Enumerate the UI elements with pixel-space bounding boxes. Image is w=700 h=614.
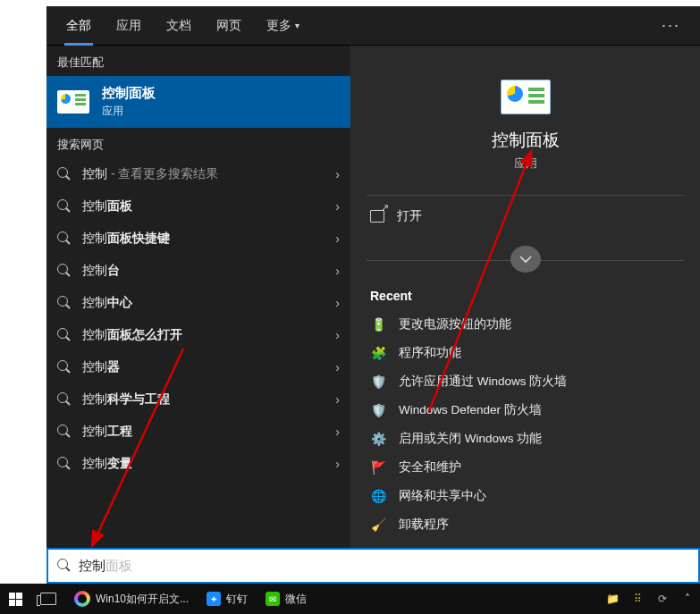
tray-chevron[interactable]: ˄ bbox=[675, 584, 700, 614]
chevron-right-icon: › bbox=[335, 264, 340, 278]
browser-icon bbox=[74, 591, 90, 607]
search-suggestion[interactable]: 控制面板› bbox=[46, 190, 350, 223]
taskbar-right: 📁 ⠿ ⟳ ˄ bbox=[600, 584, 700, 614]
search-suggestion[interactable]: 控制中心› bbox=[46, 287, 350, 319]
task-view-icon bbox=[40, 593, 56, 605]
suggestion-text: 控制变量 bbox=[82, 456, 132, 472]
search-suggestion[interactable]: 控制台› bbox=[46, 255, 350, 287]
best-match-title: 控制面板 bbox=[102, 85, 156, 102]
suggestion-text: 控制台 bbox=[82, 263, 120, 279]
best-match-text: 控制面板 应用 bbox=[102, 85, 156, 119]
search-icon bbox=[57, 296, 72, 310]
chevron-right-icon: › bbox=[335, 392, 340, 407]
recent-item-icon: 🛡️ bbox=[370, 402, 386, 418]
chevron-right-icon: › bbox=[335, 167, 340, 181]
overflow-button[interactable]: ··· bbox=[649, 16, 693, 35]
recent-item[interactable]: 🛡️允许应用通过 Windows 防火墙 bbox=[367, 367, 684, 396]
search-icon bbox=[57, 328, 72, 342]
tab-apps[interactable]: 应用 bbox=[104, 6, 154, 46]
recent-item-icon: ⚙️ bbox=[370, 431, 386, 447]
recent-item-label: 程序和功能 bbox=[399, 345, 461, 361]
chevron-down-icon: ▾ bbox=[295, 21, 299, 30]
search-typed: 控制 bbox=[79, 558, 105, 573]
tab-all[interactable]: 全部 bbox=[54, 6, 104, 46]
tab-docs[interactable]: 文档 bbox=[154, 6, 204, 46]
recent-item-icon: 🔋 bbox=[370, 316, 386, 332]
taskbar-app-browser[interactable]: Win10如何开启文... bbox=[65, 584, 198, 614]
taskbar-app-wechat[interactable]: ✉微信 bbox=[257, 584, 316, 614]
search-list: 控制 - 查看更多搜索结果›控制面板›控制面板快捷键›控制台›控制中心›控制面板… bbox=[46, 158, 350, 548]
suggestion-text: 控制工程 bbox=[82, 424, 132, 440]
windows-logo-icon bbox=[9, 593, 22, 606]
recent-item-icon: 🚩 bbox=[370, 459, 386, 475]
recent-item-label: 更改电源按钮的功能 bbox=[399, 316, 511, 332]
taskbar-label: 微信 bbox=[285, 592, 307, 607]
search-suggestion[interactable]: 控制变量› bbox=[46, 448, 350, 480]
search-suggestion[interactable]: 控制科学与工程› bbox=[46, 383, 350, 416]
wechat-icon: ✉ bbox=[266, 592, 280, 606]
best-match-subtitle: 应用 bbox=[102, 104, 156, 119]
search-suggestion[interactable]: 控制器› bbox=[46, 351, 350, 383]
search-ghost: 面板 bbox=[105, 558, 132, 573]
open-action[interactable]: 打开 bbox=[367, 196, 684, 237]
search-panel: 全部 应用 文档 网页 更多▾ ··· 最佳匹配 控制面板 应用 搜索网页 控制… bbox=[46, 6, 700, 548]
recent-item[interactable]: 🛡️Windows Defender 防火墙 bbox=[367, 396, 684, 425]
tray-icon[interactable]: 📁 bbox=[600, 584, 625, 614]
preview-column: 控制面板 应用 打开 Recent 🔋更改电源按钮的功能🧩程序和功能🛡️允许应用… bbox=[350, 46, 700, 548]
recent-item-label: 启用或关闭 Windows 功能 bbox=[399, 431, 542, 447]
tab-label: 更多 bbox=[266, 18, 291, 34]
preview-title: 控制面板 bbox=[367, 129, 684, 152]
tab-label: 应用 bbox=[116, 18, 141, 34]
chevron-right-icon: › bbox=[335, 296, 340, 310]
task-view-button[interactable] bbox=[31, 584, 65, 614]
recent-item[interactable]: 🚩安全和维护 bbox=[367, 453, 684, 482]
recent-item-icon: 🧹 bbox=[370, 517, 386, 533]
recent-item[interactable]: 🔋更改电源按钮的功能 bbox=[367, 310, 684, 339]
control-panel-icon bbox=[501, 80, 551, 114]
search-suggestion[interactable]: 控制工程› bbox=[46, 416, 350, 448]
recent-item[interactable]: 🧹卸载程序 bbox=[367, 510, 684, 539]
chevron-right-icon: › bbox=[335, 425, 340, 439]
recent-item[interactable]: 🌐网络和共享中心 bbox=[367, 482, 684, 510]
suggestion-text: 控制器 bbox=[82, 359, 120, 375]
search-text: 控制面板 bbox=[79, 558, 132, 575]
search-suggestion[interactable]: 控制 - 查看更多搜索结果› bbox=[46, 158, 350, 190]
chevron-right-icon: › bbox=[335, 231, 340, 246]
chevron-right-icon: › bbox=[335, 360, 340, 374]
start-button[interactable] bbox=[0, 584, 31, 614]
expand-button[interactable] bbox=[510, 246, 541, 273]
results-column: 最佳匹配 控制面板 应用 搜索网页 控制 - 查看更多搜索结果›控制面板›控制面… bbox=[46, 46, 350, 548]
tab-web[interactable]: 网页 bbox=[204, 6, 254, 46]
panel-body: 最佳匹配 控制面板 应用 搜索网页 控制 - 查看更多搜索结果›控制面板›控制面… bbox=[46, 46, 700, 548]
suggestion-text: 控制面板怎么打开 bbox=[82, 327, 182, 343]
suggestion-text: 控制面板快捷键 bbox=[82, 231, 170, 247]
open-icon bbox=[370, 210, 384, 223]
search-icon bbox=[57, 457, 72, 471]
search-icon bbox=[57, 264, 72, 278]
suggestion-text: 控制面板 bbox=[82, 198, 132, 214]
search-icon bbox=[57, 559, 72, 573]
recent-item-label: Windows Defender 防火墙 bbox=[399, 402, 542, 418]
search-input[interactable]: 控制面板 bbox=[46, 548, 700, 584]
taskbar-app-dingtalk[interactable]: ✦钉钉 bbox=[198, 584, 257, 614]
recent-list: 🔋更改电源按钮的功能🧩程序和功能🛡️允许应用通过 Windows 防火墙🛡️Wi… bbox=[367, 310, 684, 539]
tray-icon[interactable]: ⟳ bbox=[650, 584, 675, 614]
recent-item-icon: 🌐 bbox=[370, 488, 386, 504]
search-suggestion[interactable]: 控制面板快捷键› bbox=[46, 223, 350, 255]
recent-item[interactable]: ⚙️启用或关闭 Windows 功能 bbox=[367, 425, 684, 453]
taskbar: Win10如何开启文... ✦钉钉 ✉微信 📁 ⠿ ⟳ ˄ bbox=[0, 584, 700, 614]
tab-more[interactable]: 更多▾ bbox=[254, 6, 312, 46]
section-best-match: 最佳匹配 bbox=[46, 46, 350, 76]
tray-icon[interactable]: ⠿ bbox=[625, 584, 650, 614]
taskbar-label: 钉钉 bbox=[226, 592, 248, 607]
section-recent: Recent bbox=[370, 289, 680, 303]
search-suggestion[interactable]: 控制面板怎么打开› bbox=[46, 319, 350, 351]
chevron-right-icon: › bbox=[335, 328, 340, 342]
best-match-item[interactable]: 控制面板 应用 bbox=[46, 76, 350, 128]
search-icon bbox=[57, 360, 72, 374]
recent-item-label: 允许应用通过 Windows 防火墙 bbox=[399, 374, 567, 390]
recent-item[interactable]: 🧩程序和功能 bbox=[367, 339, 684, 367]
search-icon bbox=[57, 231, 72, 246]
suggestion-text: 控制科学与工程 bbox=[82, 391, 170, 408]
tab-label: 文档 bbox=[166, 18, 191, 34]
